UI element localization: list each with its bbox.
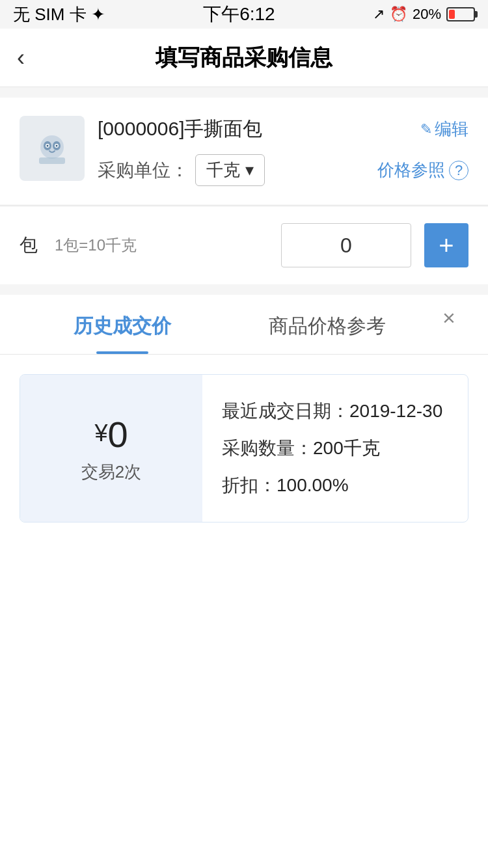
tab-history-label: 历史成交价 bbox=[74, 315, 171, 336]
edit-label: 编辑 bbox=[435, 118, 468, 141]
svg-rect-7 bbox=[39, 157, 65, 164]
discount-row: 折扣：100.00% bbox=[222, 472, 448, 498]
currency-symbol: ¥ bbox=[94, 420, 107, 447]
recent-date-row: 最近成交日期：2019-12-30 bbox=[222, 398, 448, 424]
purchase-qty-row: 采购数量：200千克 bbox=[222, 435, 448, 461]
close-icon: × bbox=[442, 305, 455, 330]
quantity-input[interactable]: 0 bbox=[281, 223, 411, 267]
product-info: [0000006]手撕面包 ✎ 编辑 采购单位： 千克 ▾ 价格参照 ? bbox=[98, 116, 468, 186]
tabs-container: 历史成交价 商品价格参考 × bbox=[0, 295, 488, 355]
history-price-left: ¥0 交易2次 bbox=[20, 375, 202, 522]
location-icon: ↗ bbox=[373, 6, 385, 23]
purchase-qty-label: 采购数量： bbox=[222, 438, 313, 458]
quantity-unit-label: 包 bbox=[20, 233, 38, 258]
back-button[interactable]: ‹ bbox=[17, 44, 25, 72]
history-price-display: ¥0 bbox=[94, 413, 128, 455]
status-signal: 无 SIM 卡 ✦ bbox=[13, 3, 105, 26]
tab-history-price[interactable]: 历史成交价 bbox=[20, 295, 224, 354]
alarm-icon: ⏰ bbox=[390, 6, 407, 23]
history-price-right: 最近成交日期：2019-12-30 采购数量：200千克 折扣：100.00% bbox=[202, 375, 468, 522]
svg-point-6 bbox=[56, 145, 58, 147]
quantity-plus-button[interactable]: + bbox=[424, 223, 468, 267]
svg-point-5 bbox=[47, 145, 49, 147]
page-rest bbox=[0, 542, 488, 868]
quantity-unit-hint: 1包=10千克 bbox=[55, 235, 137, 256]
tab-price-ref-label: 商品价格参考 bbox=[269, 315, 386, 336]
edit-button[interactable]: ✎ 编辑 bbox=[420, 118, 468, 141]
product-name: [0000006]手撕面包 bbox=[98, 116, 262, 142]
product-card: [0000006]手撕面包 ✎ 编辑 采购单位： 千克 ▾ 价格参照 ? bbox=[0, 98, 488, 204]
battery-percent: 20% bbox=[413, 6, 441, 23]
unit-selector[interactable]: 千克 ▾ bbox=[195, 154, 265, 186]
history-price-card: ¥0 交易2次 最近成交日期：2019-12-30 采购数量：200千克 折扣：… bbox=[20, 374, 468, 522]
product-image bbox=[20, 116, 85, 181]
history-trades-count: 交易2次 bbox=[81, 461, 141, 483]
tabs-close-button[interactable]: × bbox=[429, 305, 468, 344]
product-top-row: [0000006]手撕面包 ✎ 编辑 采购单位： 千克 ▾ 价格参照 ? bbox=[20, 116, 468, 186]
nav-bar: ‹ 填写商品采购信息 bbox=[0, 29, 488, 87]
purchase-unit-row: 采购单位： 千克 ▾ 价格参照 ? bbox=[98, 154, 468, 186]
price-ref-button[interactable]: 价格参照 ? bbox=[377, 159, 468, 182]
product-logo-icon bbox=[33, 129, 72, 168]
product-name-row: [0000006]手撕面包 ✎ 编辑 bbox=[98, 116, 468, 142]
purchase-qty-value: 200千克 bbox=[313, 438, 380, 458]
status-bar: 无 SIM 卡 ✦ 下午6:12 ↗ ⏰ 20% bbox=[0, 0, 488, 29]
battery-fill bbox=[449, 10, 455, 19]
battery-icon bbox=[446, 7, 475, 21]
edit-icon: ✎ bbox=[420, 121, 432, 138]
plus-icon: + bbox=[439, 231, 454, 260]
price-value: 0 bbox=[107, 414, 128, 455]
status-time: 下午6:12 bbox=[203, 2, 275, 27]
discount-value: 100.00% bbox=[277, 475, 349, 495]
price-ref-label: 价格参照 bbox=[377, 159, 445, 182]
quantity-value: 0 bbox=[340, 234, 352, 258]
recent-date-label: 最近成交日期： bbox=[222, 401, 349, 421]
page-title: 填写商品采购信息 bbox=[156, 43, 332, 73]
dropdown-arrow-icon: ▾ bbox=[245, 160, 254, 180]
price-ref-help-icon: ? bbox=[449, 161, 468, 180]
discount-label: 折扣： bbox=[222, 475, 277, 495]
status-right-icons: ↗ ⏰ 20% bbox=[373, 6, 475, 23]
tab-price-ref[interactable]: 商品价格参考 bbox=[224, 295, 429, 354]
recent-date-value: 2019-12-30 bbox=[349, 401, 442, 421]
unit-label: 采购单位： bbox=[98, 158, 189, 183]
unit-value: 千克 bbox=[206, 159, 240, 182]
quantity-row: 包 1包=10千克 0 + bbox=[0, 206, 488, 284]
history-section: ¥0 交易2次 最近成交日期：2019-12-30 采购数量：200千克 折扣：… bbox=[0, 355, 488, 542]
